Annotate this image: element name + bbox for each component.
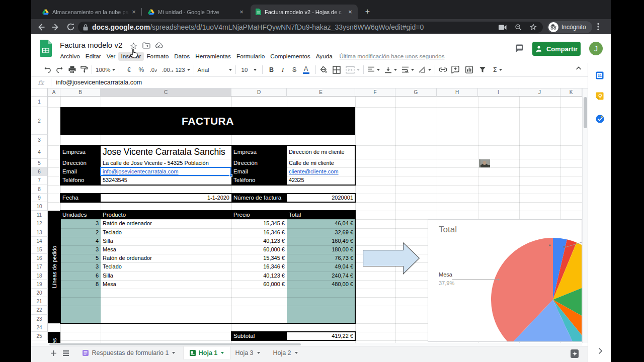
vertical-scrollbar-thumb[interactable] [584, 97, 587, 128]
row-header-7[interactable]: 7 [31, 176, 48, 185]
bold-button[interactable]: B [266, 66, 277, 73]
row-header-4[interactable]: 4 [31, 145, 48, 159]
row-header-16[interactable]: 16 [31, 254, 48, 262]
row-header-22[interactable]: 22 [31, 306, 48, 314]
sheet-tab-hoja-1[interactable]: Hoja 1 [184, 346, 230, 359]
row-header-9[interactable]: 9 [31, 194, 48, 202]
tab-close-icon[interactable]: × [347, 9, 354, 16]
column-header-C[interactable]: C [101, 88, 231, 97]
menu-editar[interactable]: Editar [83, 52, 104, 61]
formula-bar-value[interactable]: info@josevicentecarratala.com [56, 79, 142, 86]
pie-chart[interactable]: TotalMesa37,9% [428, 219, 582, 342]
row-header-1[interactable]: 1 [31, 97, 48, 107]
sheet-tab-menu-icon[interactable] [257, 352, 260, 354]
keep-icon[interactable] [596, 92, 604, 100]
sheet-tab-menu-icon[interactable] [221, 352, 224, 354]
horizontal-align-button[interactable] [367, 66, 380, 73]
row-header-2[interactable]: 2 [31, 107, 48, 135]
text-color-button[interactable]: A [300, 66, 312, 74]
number-format-button[interactable]: 123 [175, 67, 190, 73]
share-button[interactable]: Compartir [532, 42, 581, 56]
row-header-24[interactable]: 24 [31, 323, 48, 332]
cloud-status-icon[interactable] [154, 42, 163, 48]
row-header-20[interactable]: 20 [31, 289, 48, 297]
forward-icon[interactable] [51, 23, 60, 32]
sheet-tab-menu-icon[interactable] [172, 352, 175, 354]
format-percent-button[interactable]: % [135, 66, 147, 73]
insert-comment-icon[interactable] [451, 66, 459, 73]
sheets-logo-icon[interactable] [40, 40, 52, 57]
row-header-23[interactable]: 23 [31, 315, 48, 323]
last-modified-link[interactable]: Última modificación hace unos segundos [339, 53, 444, 59]
filter-icon[interactable] [479, 66, 486, 73]
menu-datos[interactable]: Datos [172, 52, 193, 61]
functions-button[interactable]: Σ [493, 66, 502, 73]
print-icon[interactable] [68, 66, 76, 73]
menu-ayuda[interactable]: Ayuda [313, 52, 335, 61]
row-header-19[interactable]: 19 [31, 280, 48, 289]
menu-ver[interactable]: Ver [104, 52, 118, 61]
tab-close-icon[interactable]: × [130, 9, 137, 16]
chrome-menu-icon[interactable] [597, 23, 599, 31]
invoice-title-cell[interactable]: FACTURA [60, 107, 355, 135]
zoom-icon[interactable] [515, 24, 522, 31]
text-rotation-button[interactable] [419, 66, 431, 73]
italic-button[interactable]: I [277, 66, 289, 74]
bookmark-star-icon[interactable] [530, 24, 537, 31]
sheet-tab-respuestas-de-formulario-1[interactable]: Respuestas de formulario 1 [79, 346, 179, 359]
strikethrough-button[interactable]: S [289, 66, 300, 73]
all-sheets-icon[interactable] [63, 350, 69, 356]
column-header-K[interactable]: K [560, 88, 582, 97]
redo-icon[interactable] [56, 66, 64, 73]
decrease-decimals-button[interactable]: .0 [147, 66, 160, 73]
paint-format-icon[interactable] [80, 66, 88, 73]
row-header-11[interactable]: 11 [31, 211, 48, 219]
row-header-8[interactable]: 8 [31, 185, 48, 194]
row-header-13[interactable]: 13 [31, 228, 48, 237]
browser-tab[interactable]: Almacenamiento en la nube pa× [37, 5, 141, 19]
panel-expand-chevron[interactable] [598, 347, 603, 354]
format-currency-button[interactable]: € [123, 66, 135, 73]
formula-bar[interactable]: fx info@josevicentecarratala.com [31, 76, 588, 88]
column-header-B[interactable]: B [60, 88, 101, 97]
sheet-tab-hoja-3[interactable]: Hoja 3 [230, 346, 265, 359]
row-header-5[interactable]: 5 [31, 159, 48, 167]
arrow-shape[interactable] [363, 242, 420, 275]
browser-tab[interactable]: Factura modelo v2 - Hojas de c× [251, 5, 358, 19]
menu-herramientas[interactable]: Herramientas [193, 52, 234, 61]
horizontal-scrollbar-thumb[interactable] [49, 343, 301, 345]
back-icon[interactable] [36, 23, 45, 32]
borders-icon[interactable] [333, 66, 341, 74]
zoom-select[interactable]: 100% [96, 67, 115, 73]
tab-close-icon[interactable]: × [238, 9, 245, 16]
column-header-A[interactable]: A [48, 88, 60, 97]
font-size-select[interactable]: 10 [239, 67, 259, 73]
column-header-D[interactable]: D [231, 88, 287, 97]
insert-chart-icon[interactable] [465, 66, 473, 73]
column-header-I[interactable]: I [478, 88, 519, 97]
vertical-align-button[interactable] [384, 66, 397, 73]
row-header-25[interactable]: 25 [31, 332, 48, 340]
insert-link-icon[interactable] [439, 67, 447, 72]
calendar-icon[interactable]: 31 [596, 71, 604, 79]
fill-color-icon[interactable] [319, 66, 328, 74]
comment-history-icon[interactable] [515, 44, 524, 53]
menu-formato[interactable]: Formato [144, 52, 172, 61]
collapse-toolbar-icon[interactable] [575, 65, 582, 72]
tasks-icon[interactable] [596, 115, 604, 123]
browser-tab[interactable]: Mi unidad - Google Drive× [143, 5, 249, 19]
menu-formulario[interactable]: Formulario [233, 52, 267, 61]
sheet-tab-hoja-2[interactable]: Hoja 2 [268, 346, 303, 359]
sheet-tab-menu-icon[interactable] [295, 352, 298, 354]
menu-archivo[interactable]: Archivo [57, 52, 83, 61]
vertical-scrollbar[interactable] [582, 88, 588, 343]
row-header-6[interactable]: 6 [31, 167, 48, 176]
spreadsheet-grid[interactable]: ABCDEFGHIJK12345678910111213141516171819… [31, 88, 582, 343]
select-all-corner[interactable] [31, 88, 48, 97]
column-header-G[interactable]: G [395, 88, 437, 97]
column-header-H[interactable]: H [437, 88, 478, 97]
row-header-21[interactable]: 21 [31, 297, 48, 306]
fill-handle[interactable] [229, 174, 232, 177]
text-wrap-button[interactable] [401, 66, 414, 73]
row-header-15[interactable]: 15 [31, 245, 48, 254]
